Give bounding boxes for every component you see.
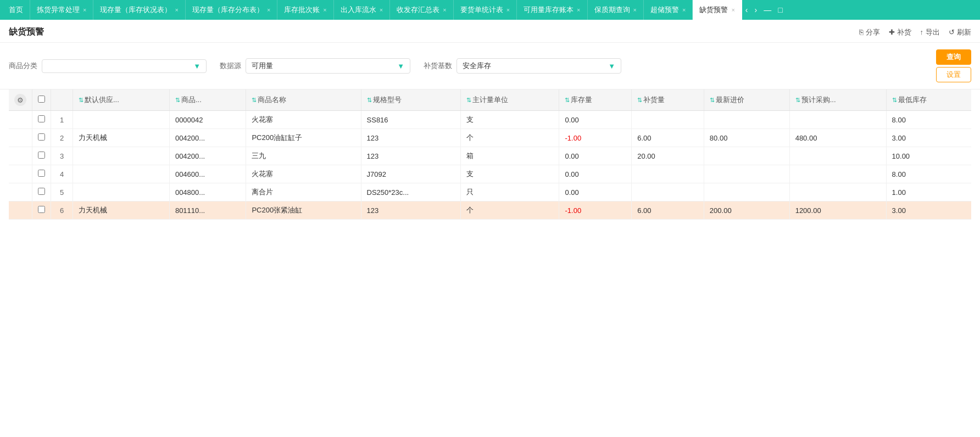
- row-replenish-qty: [632, 165, 704, 183]
- th-supplier: ⇅ 默认供应...: [73, 89, 170, 111]
- settings-button[interactable]: 设置: [936, 67, 971, 82]
- row-stock-qty: 0.00: [559, 165, 632, 183]
- tab-receipt-total[interactable]: 收发存汇总表 ×: [390, 0, 453, 20]
- row-checkbox-2[interactable]: [38, 152, 45, 159]
- tab-order-stat-close[interactable]: ×: [506, 7, 510, 13]
- row-index: 5: [51, 183, 73, 201]
- tab-maximize-btn[interactable]: □: [775, 0, 786, 20]
- page-header: 缺货预警 ⎘ 分享 ✚ 补货 ↑ 导出 ↺ 刷新: [0, 20, 980, 43]
- replenish-select[interactable]: 安全库存 ▼: [456, 58, 621, 74]
- th-stock-qty-label: 库存量: [571, 95, 592, 105]
- row-replenish-qty: [632, 183, 704, 201]
- tab-available-close[interactable]: ×: [577, 7, 580, 13]
- row-product-name: 三九: [246, 147, 361, 165]
- tab-abnormal[interactable]: 拣货异常处理 ×: [30, 0, 93, 20]
- tab-available[interactable]: 可用量库存账本 ×: [517, 0, 587, 20]
- tab-batch-close[interactable]: ×: [323, 7, 326, 13]
- tab-home[interactable]: 首页: [2, 0, 30, 20]
- category-caret-icon: ▼: [193, 62, 201, 70]
- tab-expiry[interactable]: 保质期查询 ×: [588, 0, 644, 20]
- sort-stock-qty-icon[interactable]: ⇅: [565, 97, 570, 104]
- sort-unit-icon[interactable]: ⇅: [466, 97, 471, 104]
- sort-latest-price-icon[interactable]: ⇅: [710, 97, 715, 104]
- tab-batch[interactable]: 库存批次账 ×: [277, 0, 333, 20]
- restock-btn[interactable]: ✚ 补货: [889, 27, 911, 37]
- th-product-code: ⇅ 商品...: [169, 89, 246, 111]
- row-latest-price: [704, 111, 789, 129]
- table-container: ⚙ ⇅ 默认供应... ⇅: [0, 89, 980, 228]
- sort-supplier-icon[interactable]: ⇅: [79, 97, 83, 104]
- tab-next-btn[interactable]: ›: [751, 0, 760, 20]
- main-content: 缺货预警 ⎘ 分享 ✚ 补货 ↑ 导出 ↺ 刷新 商品分类: [0, 20, 980, 437]
- row-min-stock: 3.00: [886, 201, 971, 220]
- select-all-checkbox[interactable]: [38, 96, 45, 103]
- th-spec-label: 规格型号: [373, 95, 402, 105]
- th-est-purchase: ⇅ 预计采购...: [789, 89, 886, 111]
- row-product-name: PC200油缸缸子: [246, 129, 361, 147]
- export-btn[interactable]: ↑ 导出: [920, 27, 940, 37]
- query-button[interactable]: 查询: [936, 49, 971, 65]
- sort-min-stock-icon[interactable]: ⇅: [892, 97, 897, 104]
- category-label: 商品分类: [9, 61, 37, 71]
- sort-product-code-icon[interactable]: ⇅: [175, 97, 180, 104]
- tab-shortage[interactable]: 缺货预警 ×: [693, 0, 742, 20]
- tab-abnormal-close[interactable]: ×: [83, 7, 86, 13]
- sort-spec-icon[interactable]: ⇅: [367, 97, 372, 104]
- tab-inout-close[interactable]: ×: [380, 7, 383, 13]
- row-unit: 只: [460, 183, 559, 201]
- tab-batch-label: 库存批次账: [284, 5, 320, 15]
- replenish-caret-icon: ▼: [608, 62, 615, 70]
- category-select[interactable]: ▼: [42, 59, 207, 73]
- tab-inventory-status-close[interactable]: ×: [175, 7, 178, 13]
- row-checkbox-1[interactable]: [38, 133, 45, 141]
- tab-minimize-btn[interactable]: —: [760, 0, 775, 20]
- tab-prev-btn[interactable]: ‹: [742, 0, 751, 20]
- tab-order-stat[interactable]: 要货单统计表 ×: [454, 0, 517, 20]
- th-replenish-qty: ⇅ 补货量: [632, 89, 704, 111]
- tab-overstock-close[interactable]: ×: [682, 7, 686, 13]
- sort-replenish-qty-icon[interactable]: ⇅: [637, 97, 642, 104]
- filter-actions: 查询 设置: [936, 49, 971, 82]
- row-product-name: 火花塞: [246, 165, 361, 183]
- refresh-btn[interactable]: ↺ 刷新: [949, 27, 971, 37]
- share-btn[interactable]: ⎘ 分享: [859, 27, 880, 37]
- tab-inventory-status[interactable]: 现存量（库存状况表） ×: [93, 0, 185, 20]
- row-unit: 个: [460, 201, 559, 220]
- row-settings-cell: [9, 111, 32, 129]
- filter-datasource-group: 数据源 可用量 ▼: [220, 58, 410, 74]
- tab-inventory-dist-label: 现存量（库存分布表）: [192, 5, 264, 15]
- tab-receipt-total-close[interactable]: ×: [443, 7, 446, 13]
- row-est-purchase: [789, 183, 886, 201]
- th-product-name-label: 商品名称: [258, 95, 286, 105]
- row-checkbox-3[interactable]: [38, 170, 45, 177]
- tab-expiry-close[interactable]: ×: [633, 7, 637, 13]
- th-unit-label: 主计量单位: [472, 95, 508, 105]
- table-row: 2 力天机械 004200... PC200油缸缸子 123 个 -1.00 6…: [9, 129, 971, 147]
- row-spec: 123: [361, 129, 460, 147]
- row-checkbox-0[interactable]: [38, 115, 45, 122]
- tab-inventory-dist[interactable]: 现存量（库存分布表） ×: [186, 0, 277, 20]
- tab-available-label: 可用量库存账本: [524, 5, 573, 15]
- sort-est-purchase-icon[interactable]: ⇅: [795, 97, 800, 104]
- row-product-code: 0000042: [169, 111, 246, 129]
- table-header-row: ⚙ ⇅ 默认供应... ⇅: [9, 89, 971, 111]
- th-settings: ⚙: [9, 89, 32, 111]
- row-checkbox-4[interactable]: [38, 188, 45, 195]
- page-title: 缺货预警: [9, 26, 44, 38]
- datasource-select[interactable]: 可用量 ▼: [246, 58, 410, 74]
- row-latest-price: [704, 165, 789, 183]
- sort-product-name-icon[interactable]: ⇅: [252, 97, 257, 104]
- column-settings-icon[interactable]: ⚙: [14, 94, 26, 106]
- row-est-purchase: [789, 165, 886, 183]
- row-product-code: 004600...: [169, 165, 246, 183]
- tab-inout[interactable]: 出入库流水 ×: [334, 0, 390, 20]
- row-checkbox-5[interactable]: [38, 206, 45, 213]
- tab-inventory-dist-close[interactable]: ×: [267, 7, 270, 13]
- tab-shortage-label: 缺货预警: [699, 5, 728, 15]
- th-unit: ⇅ 主计量单位: [460, 89, 559, 111]
- tab-inout-label: 出入库流水: [341, 5, 376, 15]
- row-stock-qty: 0.00: [559, 147, 632, 165]
- row-unit: 个: [460, 129, 559, 147]
- tab-shortage-close[interactable]: ×: [731, 7, 734, 13]
- tab-overstock[interactable]: 超储预警 ×: [644, 0, 693, 20]
